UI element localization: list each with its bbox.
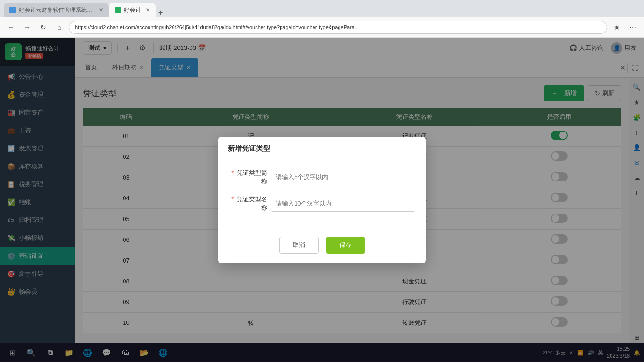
required-mark-2: * [231, 196, 234, 203]
browser-tab-1[interactable]: 好会计云财务软件管理系统_会计 ✕ [4, 3, 109, 17]
required-mark-1: * [231, 169, 234, 176]
save-button[interactable]: 保存 [326, 237, 365, 254]
reload-button[interactable]: ↻ [37, 21, 50, 34]
tab-close-1[interactable]: ✕ [99, 7, 103, 13]
browser-nav: ← → ↻ ⌂ ★ ⋯ [0, 17, 644, 38]
full-name-label: * 凭证类型名称 [230, 195, 272, 212]
more-button[interactable]: ⋯ [626, 21, 639, 34]
back-button[interactable]: ← [5, 21, 18, 34]
home-button[interactable]: ⌂ [53, 21, 66, 34]
tab-favicon-2 [115, 7, 121, 13]
dialog-body: * 凭证类型简称 * 凭证类型名称 [218, 159, 426, 231]
short-name-input[interactable] [272, 169, 414, 185]
cancel-button[interactable]: 取消 [279, 237, 319, 254]
tab-label-2: 好会计 [124, 6, 141, 14]
new-voucher-dialog: 新增凭证类型 * 凭证类型简称 * 凭证类型名称 取消 保存 [218, 137, 426, 263]
full-name-row: * 凭证类型名称 [230, 195, 414, 212]
address-bar[interactable] [69, 21, 607, 34]
tab-label-1: 好会计云财务软件管理系统_会计 [19, 6, 94, 14]
short-name-label: * 凭证类型简称 [230, 169, 272, 186]
new-tab-button[interactable]: + [156, 8, 165, 17]
full-name-input[interactable] [272, 196, 414, 212]
browser-tab-bar: 好会计云财务软件管理系统_会计 ✕ 好会计 ✕ + [0, 0, 644, 17]
dialog-overlay: 新增凭证类型 * 凭证类型简称 * 凭证类型名称 取消 保存 [0, 38, 644, 362]
short-name-row: * 凭证类型简称 [230, 169, 414, 186]
forward-button[interactable]: → [21, 21, 34, 34]
dialog-title: 新增凭证类型 [218, 137, 426, 159]
tab-favicon-1 [9, 7, 16, 13]
tab-close-2[interactable]: ✕ [146, 7, 150, 13]
extensions-button[interactable]: ★ [610, 21, 623, 34]
browser-tab-2[interactable]: 好会计 ✕ [109, 3, 156, 17]
dialog-footer: 取消 保存 [218, 231, 426, 263]
